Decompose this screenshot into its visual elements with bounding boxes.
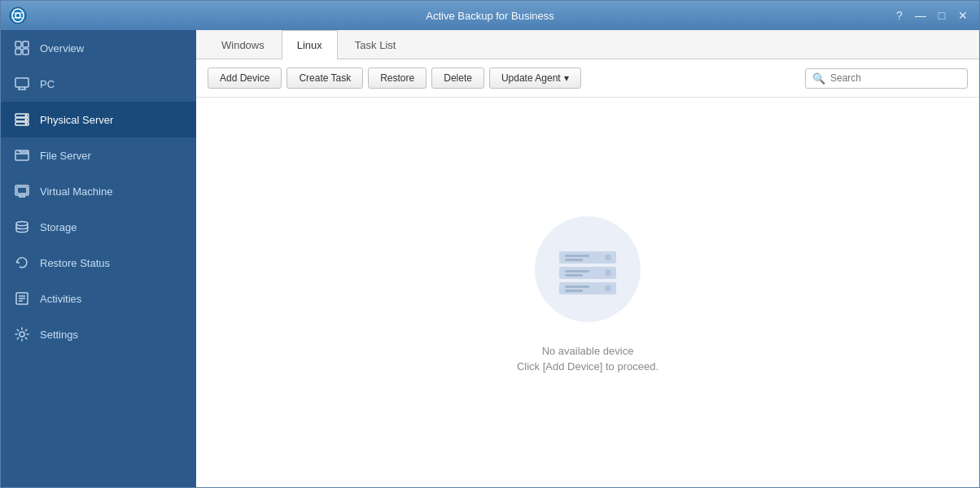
svg-point-36 [605,270,611,277]
server-icon [14,111,30,128]
close-button[interactable]: ✕ [955,7,971,24]
sidebar-item-storage[interactable]: Storage [1,209,196,245]
sidebar-label-file-server: File Server [40,150,91,162]
tab-task-list[interactable]: Task List [339,30,412,59]
sidebar-item-activities[interactable]: Activities [1,281,196,316]
sidebar-label-pc: PC [40,78,55,90]
delete-button[interactable]: Delete [431,68,484,89]
svg-point-13 [25,115,27,116]
window-title: Active Backup for Business [426,10,554,22]
vm-icon [14,183,30,199]
svg-rect-38 [565,285,589,288]
search-icon: 🔍 [812,72,825,85]
settings-icon [14,326,30,342]
sidebar-label-restore-status: Restore Status [40,257,110,269]
file-server-icon [14,147,30,163]
sidebar-item-file-server[interactable]: File Server [1,137,196,173]
storage-icon [14,219,30,235]
sidebar-item-virtual-machine[interactable]: Virtual Machine [1,173,196,209]
svg-rect-39 [565,290,583,292]
svg-point-14 [25,119,27,120]
svg-rect-5 [23,49,28,54]
sidebar-item-restore-status[interactable]: Restore Status [1,245,196,281]
sidebar-label-activities: Activities [40,293,81,305]
sidebar-label-overview: Overview [40,42,84,54]
sidebar-item-settings[interactable]: Settings [1,316,196,352]
svg-rect-2 [15,41,21,47]
svg-rect-4 [15,49,21,54]
empty-state: No available device Click [Add Device] t… [196,98,979,487]
dropdown-arrow-icon: ▾ [564,72,569,84]
svg-rect-6 [15,78,28,87]
app-logo [9,7,27,24]
sidebar-label-storage: Storage [40,221,77,233]
sidebar: Overview PC [1,30,196,487]
window-controls: ? — □ ✕ [891,7,971,24]
sidebar-label-physical-server: Physical Server [40,114,113,126]
search-box[interactable]: 🔍 [805,68,968,89]
minimize-button[interactable]: — [912,7,929,24]
svg-point-40 [605,285,611,292]
app-window: Active Backup for Business ? — □ ✕ Overv… [0,0,980,488]
pc-icon [14,76,30,92]
main-content: Overview PC [1,30,979,487]
svg-point-32 [605,255,611,261]
update-agent-button[interactable]: Update Agent ▾ [489,68,581,89]
activities-icon [14,290,30,307]
svg-rect-34 [565,270,589,272]
sidebar-label-virtual-machine: Virtual Machine [40,185,112,198]
sidebar-item-physical-server[interactable]: Physical Server [1,102,196,137]
svg-rect-35 [565,274,583,277]
svg-point-15 [25,123,27,124]
empty-state-icon [531,212,645,329]
titlebar: Active Backup for Business ? — □ ✕ [1,1,979,30]
svg-rect-30 [565,255,589,257]
help-button[interactable]: ? [891,7,908,24]
svg-rect-31 [565,259,583,261]
restore-button[interactable]: Restore [368,68,427,89]
empty-state-line1: No available device [542,345,634,357]
restore-icon [14,255,30,271]
tab-linux[interactable]: Linux [282,30,338,59]
empty-state-line2: Click [Add Device] to proceed. [517,360,658,373]
svg-point-27 [20,332,24,337]
add-device-button[interactable]: Add Device [208,68,282,89]
svg-point-22 [16,222,28,226]
tab-windows[interactable]: Windows [206,30,280,59]
search-input[interactable] [830,72,960,84]
right-panel: Windows Linux Task List Add Device Creat… [196,30,979,487]
svg-rect-18 [17,187,27,194]
sidebar-label-settings: Settings [40,329,78,341]
create-task-button[interactable]: Create Task [287,68,363,89]
overview-icon [14,40,30,56]
svg-rect-3 [23,41,28,47]
maximize-button[interactable]: □ [934,7,950,24]
tab-bar: Windows Linux Task List [196,30,979,59]
sidebar-item-overview[interactable]: Overview [1,30,196,66]
toolbar: Add Device Create Task Restore Delete Up… [196,59,979,98]
sidebar-item-pc[interactable]: PC [1,66,196,102]
